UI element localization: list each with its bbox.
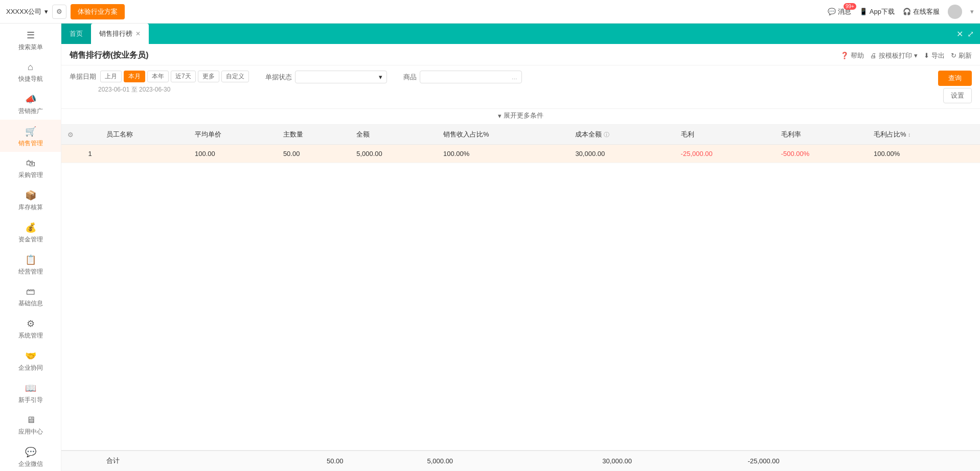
refresh-button[interactable]: ↻ 刷新: [951, 51, 972, 60]
finance-icon: 💰: [25, 222, 36, 233]
th-qty: 主数量: [277, 125, 350, 145]
date-btn-last-month[interactable]: 上月: [100, 71, 122, 82]
inventory-icon: 📦: [25, 190, 36, 201]
sidebar-item-sales[interactable]: 🛒 销售管理: [0, 120, 61, 152]
tab-home[interactable]: 首页: [61, 24, 91, 44]
guide-icon: 📖: [25, 383, 36, 394]
tab-close-button[interactable]: ✕: [956, 29, 963, 39]
username: ▾: [970, 8, 974, 15]
apps-icon: 🖥: [26, 415, 35, 425]
top-bar: XXXXX公司 ▾ ⚙ 体验行业方案 💬 消息 99+ 📱 App下载 🎧 在线…: [0, 0, 980, 24]
sidebar-item-nav[interactable]: ⌂ 快捷导航: [0, 56, 61, 87]
date-btn-custom[interactable]: 自定义: [221, 71, 249, 82]
table-container: ⚙ 员工名称 平均单价 主数量 全额 销售收入占比% 成本全额 ⓘ: [61, 125, 980, 450]
td-total-gross-pct: [938, 451, 980, 471]
export-button[interactable]: ⬇ 导出: [924, 51, 945, 60]
help-button[interactable]: ❓ 帮助: [840, 51, 864, 60]
purchase-icon: 🛍: [26, 158, 35, 169]
td-name: [100, 145, 189, 163]
tab-sales-ranking-label: 销售排行榜: [99, 29, 132, 38]
tab-expand-button[interactable]: ⤢: [967, 29, 974, 39]
td-total-settings: [61, 451, 80, 471]
sidebar-item-apps[interactable]: 🖥 应用中心: [0, 409, 61, 440]
expand-more-button[interactable]: ▾ 展开更多条件: [498, 111, 543, 120]
th-cost-amount: 成本全额 ⓘ: [569, 125, 674, 145]
sidebar-label-system: 系统管理: [18, 331, 43, 340]
td-amount: 5,000.00: [350, 145, 437, 163]
message-icon: 💬: [828, 8, 836, 15]
td-total-cost-amount: 30,000.00: [596, 451, 741, 471]
page-title: 销售排行榜(按业务员): [70, 50, 149, 61]
sidebar-item-system[interactable]: ⚙ 系统管理: [0, 312, 61, 344]
sidebar-label-search: 搜索菜单: [18, 43, 43, 52]
operations-icon: 📋: [25, 254, 36, 265]
table-header: ⚙ 员工名称 平均单价 主数量 全额 销售收入占比% 成本全额 ⓘ: [61, 125, 980, 145]
question-icon: ❓: [840, 52, 849, 59]
tab-home-label: 首页: [70, 29, 83, 38]
total-table: 合计 50.00 5,000.00 30,000.00 -25,000.00: [61, 450, 980, 471]
goods-filter-group: 商品 ...: [403, 71, 522, 83]
sidebar: ☰ 搜索菜单 ⌂ 快捷导航 📣 营销推广 🛒 销售管理 🛍 采购管理 📦 库存核…: [0, 24, 61, 471]
phone-icon: 📱: [859, 8, 868, 15]
search-button[interactable]: 查询: [938, 71, 972, 86]
goods-input[interactable]: ...: [420, 71, 522, 83]
home-icon: ⌂: [28, 62, 33, 73]
tab-close-icon[interactable]: ✕: [135, 30, 141, 37]
sidebar-item-purchase[interactable]: 🛍 采购管理: [0, 152, 61, 184]
date-btn-7days[interactable]: 近7天: [171, 71, 196, 82]
status-select[interactable]: ▾: [295, 71, 387, 83]
company-selector[interactable]: XXXXX公司 ▾: [6, 7, 48, 16]
date-buttons: 上月 本月 本年 近7天 更多 自定义: [100, 71, 249, 82]
sidebar-item-inventory[interactable]: 📦 库存核算: [0, 184, 61, 216]
sidebar-label-enterprise: 企业协同: [18, 364, 43, 372]
goods-label: 商品: [403, 73, 417, 82]
online-service-button[interactable]: 🎧 在线客服: [903, 7, 940, 16]
column-settings-icon[interactable]: ⚙: [67, 131, 74, 139]
sidebar-label-basics: 基础信息: [18, 299, 43, 308]
sidebar-item-basics[interactable]: 🗃 基础信息: [0, 280, 61, 312]
date-btn-more[interactable]: 更多: [198, 71, 219, 82]
print-button[interactable]: 🖨 按模板打印 ▾: [870, 51, 918, 60]
td-total-gross-rate: [895, 451, 937, 471]
filter-section: 单据日期 上月 本月 本年 近7天 更多 自定义 2023-06-01 至 20…: [61, 65, 980, 109]
tab-sales-ranking[interactable]: 销售排行榜 ✕: [91, 24, 149, 44]
refresh-icon: ↻: [951, 52, 956, 59]
app-download-button[interactable]: 📱 App下载: [859, 7, 895, 16]
sidebar-item-marketing[interactable]: 📣 营销推广: [0, 87, 61, 120]
trial-button[interactable]: 体验行业方案: [71, 4, 125, 19]
expand-more-row: ▾ 展开更多条件: [61, 109, 980, 125]
main-layout: ☰ 搜索菜单 ⌂ 快捷导航 📣 营销推广 🛒 销售管理 🛍 采购管理 📦 库存核…: [0, 24, 980, 471]
settings-gear-button[interactable]: ⚙: [52, 5, 66, 19]
status-filter-group: 单据状态 ▾: [265, 71, 387, 83]
td-cost-amount: 30,000.00: [569, 145, 674, 163]
marketing-icon: 📣: [25, 94, 36, 105]
date-btn-current-year[interactable]: 本年: [147, 71, 169, 82]
print-label: 按模板打印: [879, 51, 912, 60]
enterprise-icon: 🤝: [25, 350, 36, 362]
avatar[interactable]: [948, 5, 962, 19]
sidebar-label-nav: 快捷导航: [18, 75, 43, 83]
date-btn-current-month[interactable]: 本月: [124, 71, 145, 82]
export-label: 导出: [931, 51, 945, 60]
sidebar-item-wechat[interactable]: 💬 企业微信: [0, 440, 61, 471]
message-button[interactable]: 💬 消息 99+: [828, 7, 851, 16]
td-total-sales-pct: [554, 451, 596, 471]
td-total-label: 合计: [100, 451, 278, 471]
sidebar-label-guide: 新手引导: [18, 396, 43, 405]
sidebar-item-search[interactable]: ☰ 搜索菜单: [0, 24, 61, 56]
date-label: 单据日期: [70, 72, 96, 81]
td-gross-pct: 100.00%: [868, 145, 980, 163]
company-name: XXXXX公司: [6, 7, 41, 16]
td-qty: 50.00: [277, 145, 350, 163]
th-sales-pct: 销售收入占比%: [437, 125, 569, 145]
system-icon: ⚙: [27, 318, 35, 329]
th-gross-profit: 毛利: [675, 125, 775, 145]
date-range-display: 2023-06-01 至 2023-06-30: [70, 85, 249, 94]
sidebar-item-enterprise[interactable]: 🤝 企业协同: [0, 344, 61, 376]
column-settings-button[interactable]: 设置: [943, 88, 972, 103]
date-filter-row: 单据日期 上月 本月 本年 近7天 更多 自定义: [70, 71, 249, 82]
gear-icon: ⚙: [56, 8, 62, 15]
sidebar-item-operations[interactable]: 📋 经营管理: [0, 248, 61, 280]
sidebar-item-guide[interactable]: 📖 新手引导: [0, 376, 61, 409]
sidebar-item-finance[interactable]: 💰 资金管理: [0, 216, 61, 248]
